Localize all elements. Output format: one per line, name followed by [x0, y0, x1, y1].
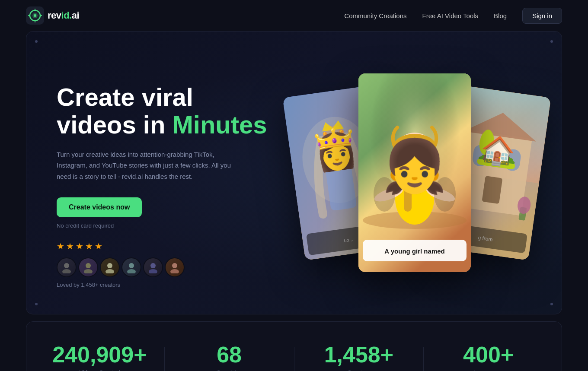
avatar-1: [57, 257, 77, 277]
stat-creators-label: Creators: [294, 369, 424, 371]
stats-section: 240,909+ Videos Created 68 Countries 1,4…: [26, 321, 562, 371]
avatar-6: [165, 257, 185, 277]
stat-creators-number: 1,458+: [294, 343, 424, 366]
stat-countries: 68 Countries: [165, 343, 294, 371]
hero-title: Create viral videos in Minutes: [57, 83, 281, 139]
nav-link-community[interactable]: Community Creations: [344, 12, 406, 19]
svg-point-30: [393, 134, 436, 160]
stat-creators: 1,458+ Creators: [294, 343, 424, 371]
no-credit-card-label: No credit card required: [57, 222, 281, 229]
svg-point-15: [170, 269, 179, 273]
svg-point-26: [395, 173, 434, 225]
svg-point-38: [409, 162, 420, 171]
svg-text:A young girl named: A young girl named: [384, 247, 444, 255]
svg-point-36: [408, 154, 411, 157]
phone-cards: Lo...: [281, 60, 549, 285]
svg-point-32: [403, 149, 413, 160]
svg-point-13: [149, 269, 157, 273]
svg-point-8: [107, 263, 112, 268]
avatar-group: [57, 257, 281, 277]
svg-point-6: [86, 263, 91, 268]
svg-rect-50: [482, 176, 502, 204]
phone-inner-center: A young girl named: [358, 73, 471, 272]
loved-by-label: Loved by 1,458+ creators: [57, 282, 281, 288]
svg-point-3: [34, 14, 36, 17]
svg-point-34: [405, 152, 412, 159]
phone-card-center: A young girl named: [358, 73, 471, 272]
stat-languages-number: 400+: [424, 343, 553, 366]
svg-point-39: [412, 159, 417, 162]
stat-countries-number: 68: [165, 343, 294, 366]
stat-countries-label: Countries: [165, 369, 294, 371]
hero-subtitle: Turn your creative ideas into attention-…: [57, 149, 243, 182]
svg-point-10: [129, 263, 134, 268]
svg-rect-31: [404, 160, 412, 212]
svg-point-35: [419, 152, 426, 159]
navbar: revid.ai Community Creations Free AI Vid…: [0, 0, 588, 31]
svg-point-4: [64, 263, 69, 268]
svg-point-7: [84, 269, 93, 273]
svg-point-12: [150, 263, 156, 268]
svg-point-33: [416, 149, 427, 160]
svg-point-9: [105, 269, 114, 273]
nav-links: Community Creations Free AI Video Tools …: [344, 8, 562, 24]
nav-link-tools[interactable]: Free AI Video Tools: [422, 12, 479, 19]
stat-languages-label: Languages: [424, 369, 553, 371]
corner-dot-tl: [35, 40, 38, 43]
logo[interactable]: revid.ai: [26, 6, 79, 25]
stat-languages: 400+ Languages: [424, 343, 553, 371]
svg-point-18: [320, 124, 350, 162]
avatar-4: [121, 257, 141, 277]
star-4: ★: [85, 241, 93, 251]
sign-in-button[interactable]: Sign in: [522, 8, 562, 24]
avatar-3: [100, 257, 120, 277]
hero-left: Create viral videos in Minutes Turn your…: [57, 57, 281, 288]
hero-section: Create viral videos in Minutes Turn your…: [26, 31, 562, 314]
cta-button[interactable]: Create videos now: [57, 197, 142, 217]
center-card-art: A young girl named: [358, 73, 471, 272]
corner-dot-br: [550, 303, 553, 305]
svg-point-29: [394, 133, 435, 174]
corner-dot-tr: [550, 40, 553, 43]
logo-text: revid.ai: [48, 10, 79, 21]
nav-link-blog[interactable]: Blog: [494, 12, 507, 19]
stat-videos-label: Videos Created: [35, 369, 164, 371]
stat-videos-number: 240,909+: [35, 343, 164, 366]
corner-dot-bl: [35, 303, 38, 305]
svg-point-37: [422, 154, 425, 157]
svg-point-11: [127, 269, 136, 273]
star-5: ★: [95, 241, 102, 251]
star-1: ★: [57, 241, 64, 251]
star-rating: ★ ★ ★ ★ ★: [57, 241, 281, 251]
avatar-2: [78, 257, 98, 277]
svg-point-14: [172, 263, 177, 268]
logo-icon: [26, 6, 44, 25]
avatar-5: [143, 257, 163, 277]
svg-point-41: [434, 177, 456, 212]
svg-point-5: [62, 269, 71, 273]
svg-point-40: [374, 177, 395, 212]
star-3: ★: [76, 241, 83, 251]
stat-videos: 240,909+ Videos Created: [35, 343, 164, 371]
star-2: ★: [66, 241, 74, 251]
